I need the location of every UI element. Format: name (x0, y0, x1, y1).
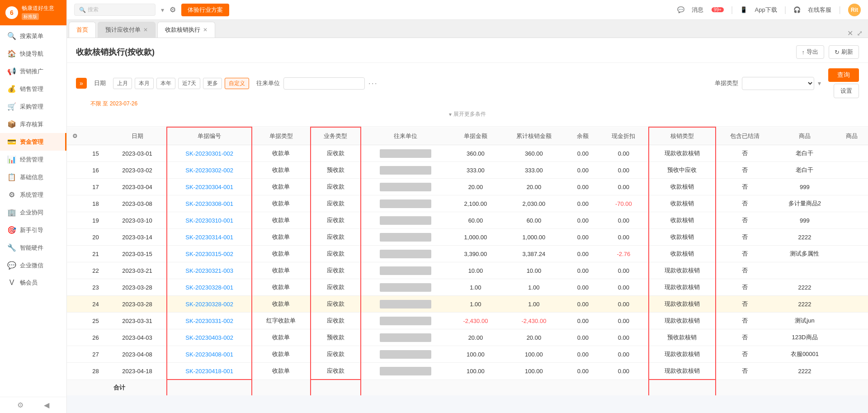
counterpart-masked: ████████ (380, 216, 431, 225)
col-writeofftype-header[interactable]: 核销类型 (649, 127, 716, 145)
doc-no-link[interactable]: SK-20230408-001 (185, 351, 233, 358)
col-cashdiscount-header[interactable]: 现金折扣 (599, 127, 649, 145)
solution-button[interactable]: 体验行业方案 (181, 4, 229, 16)
col-writeoff-amount-header[interactable]: 累计核销金额 (501, 127, 566, 145)
basic-icon: 📋 (7, 173, 16, 181)
col-cash-discount: 0.00 (599, 313, 649, 329)
expand-more-button[interactable]: ▾ 展开更多条件 (76, 108, 859, 121)
topbar-dropdown-arrow[interactable]: ▾ (161, 6, 164, 14)
sidebar-item-hardware[interactable]: 🔧 智能硬件 (0, 239, 66, 256)
refresh-button[interactable]: ↻ 刷新 (829, 45, 859, 59)
doc-no-link[interactable]: SK-20230310-001 (185, 217, 233, 224)
sidebar-item-wechat[interactable]: 💬 企业微信 (0, 256, 66, 274)
filter-right-buttons: 查询 设置 (828, 68, 859, 98)
sidebar-item-purchase[interactable]: 🛒 采购管理 (0, 98, 66, 115)
col-product-header[interactable]: 商品 (774, 127, 835, 145)
date-this-year[interactable]: 本年 (156, 78, 175, 89)
col-balance: 0.00 (567, 229, 599, 246)
col-amount-header[interactable]: 单据金额 (450, 127, 501, 145)
col-product2-header[interactable]: 商品 (836, 127, 868, 145)
doc-no-link[interactable]: SK-20230328-002 (185, 301, 233, 308)
date-7days[interactable]: 近7天 (178, 78, 200, 89)
doc-no-link[interactable]: SK-20230304-001 (185, 184, 233, 190)
doc-no-link[interactable]: SK-20230308-001 (185, 200, 233, 207)
doc-no-link[interactable]: SK-20230321-003 (185, 267, 233, 274)
support-label[interactable]: 在线客服 (808, 6, 831, 14)
table-scroll[interactable]: ⚙ 日期 单据编号 单据类型 业务类型 往来单位 单据金额 累计核销金额 余额 … (67, 127, 868, 395)
topbar-search[interactable]: 🔍 搜索 (74, 4, 156, 16)
col-balance-header[interactable]: 余额 (567, 127, 599, 145)
col-counterpart-header[interactable]: 往来单位 (361, 127, 450, 145)
sidebar-item-enterprise[interactable]: 🏢 企业协同 (0, 204, 66, 221)
col-settings-cell (67, 363, 83, 380)
doc-no-link[interactable]: SK-20230331-002 (185, 318, 233, 324)
col-settings-header[interactable]: ⚙ (67, 127, 83, 145)
col-biztype-header[interactable]: 业务类型 (311, 127, 361, 145)
page-title: 收款核销执行(按收款) (76, 47, 155, 57)
sidebar-item-operations[interactable]: 📊 经营管理 (0, 151, 66, 168)
sidebar: 6 畅康道好生意 标推版 🔍 搜索菜单 🏠 快捷导航 📢 营销推广 💰 销售管理… (0, 0, 67, 413)
col-product2 (836, 246, 868, 262)
gear-icon[interactable]: ⚙ (170, 5, 176, 14)
tab-receivable-close[interactable]: ✕ (143, 27, 148, 33)
doc-type-dropdown-arrow[interactable]: ▾ (818, 80, 821, 87)
filter-expand-button[interactable]: » (76, 78, 87, 89)
date-last-month[interactable]: 上月 (113, 78, 132, 89)
sidebar-item-member[interactable]: V 畅会员 (0, 274, 66, 291)
col-product2 (836, 296, 868, 313)
tab-expand-icon[interactable]: ⤢ (857, 29, 863, 38)
tab-receivable[interactable]: 预计应收付单 ✕ (98, 22, 156, 38)
column-settings-icon[interactable]: ⚙ (72, 133, 78, 139)
sidebar-item-guide[interactable]: 🎯 新手引导 (0, 221, 66, 239)
col-date: 2023-03-02 (108, 162, 167, 179)
col-index: 18 (83, 195, 108, 212)
col-docno: SK-20230310-001 (167, 212, 252, 229)
query-button[interactable]: 查询 (828, 68, 859, 82)
avatar[interactable]: Rit (848, 4, 861, 16)
counterpart-input[interactable] (283, 77, 365, 90)
sidebar-item-shortcut[interactable]: 🏠 快捷导航 (0, 45, 66, 62)
filter-settings-button[interactable]: 设置 (834, 84, 859, 98)
doc-no-link[interactable]: SK-20230301-002 (185, 150, 233, 157)
col-writeoff-type: 收款核销 (649, 212, 716, 229)
messages-label[interactable]: 消息 (692, 6, 703, 14)
doc-no-link[interactable]: SK-20230302-002 (185, 167, 233, 174)
doc-no-link[interactable]: SK-20230315-002 (185, 251, 233, 257)
doc-no-link[interactable]: SK-20230328-001 (185, 284, 233, 291)
doc-no-link[interactable]: SK-20230314-001 (185, 234, 233, 241)
sidebar-settings-icon[interactable]: ⚙ (17, 401, 24, 409)
col-docno-header[interactable]: 单据编号 (167, 127, 252, 145)
col-product: 老白干 (774, 162, 835, 179)
doc-no-link[interactable]: SK-20230403-002 (185, 334, 233, 341)
sidebar-item-search[interactable]: 🔍 搜索菜单 (0, 27, 66, 45)
sidebar-item-sales[interactable]: 💰 销售管理 (0, 80, 66, 98)
tab-writeoff[interactable]: 收款核销执行 ✕ (157, 22, 215, 38)
tab-close-all-icon[interactable]: ✕ (847, 29, 853, 38)
date-more[interactable]: 更多 (203, 78, 222, 89)
app-download-label[interactable]: App下载 (755, 6, 777, 14)
export-button[interactable]: ↑ 导出 (796, 45, 825, 59)
col-writeoff-amount: 1.00 (501, 296, 566, 313)
doc-no-link[interactable]: SK-20230418-001 (185, 368, 233, 375)
doc-type-select[interactable] (742, 77, 814, 90)
sidebar-item-system[interactable]: ⚙ 系统管理 (0, 186, 66, 204)
col-date-header[interactable]: 日期 (108, 127, 167, 145)
tab-writeoff-close[interactable]: ✕ (203, 27, 208, 33)
col-writeoff-amount: 360.00 (501, 145, 566, 162)
col-balance: 0.00 (567, 329, 599, 346)
sidebar-item-marketing[interactable]: 📢 营销推广 (0, 62, 66, 80)
sidebar-item-finance[interactable]: 💳 资金管理 (0, 133, 66, 151)
tab-home[interactable]: 首页 (69, 22, 96, 38)
col-includesettled-header[interactable]: 包含已结清 (716, 127, 774, 145)
sidebar-item-basic[interactable]: 📋 基础信息 (0, 168, 66, 186)
sidebar-collapse-icon[interactable]: ◀ (44, 401, 49, 409)
counterpart-masked: ████████ (380, 149, 431, 158)
date-this-month[interactable]: 本月 (135, 78, 154, 89)
col-writeoff-amount: 20.00 (501, 179, 566, 195)
col-doctype-header[interactable]: 单据类型 (252, 127, 311, 145)
dots-icon[interactable]: ··· (368, 79, 378, 88)
date-custom[interactable]: 自定义 (225, 78, 249, 89)
filter-row: » 日期 上月 本月 本年 近7天 更多 自定义 往来单位 ··· 单据类型 (76, 68, 859, 98)
sidebar-item-inventory[interactable]: 📦 库存核算 (0, 115, 66, 133)
counterpart-masked: ████████ (380, 199, 431, 208)
